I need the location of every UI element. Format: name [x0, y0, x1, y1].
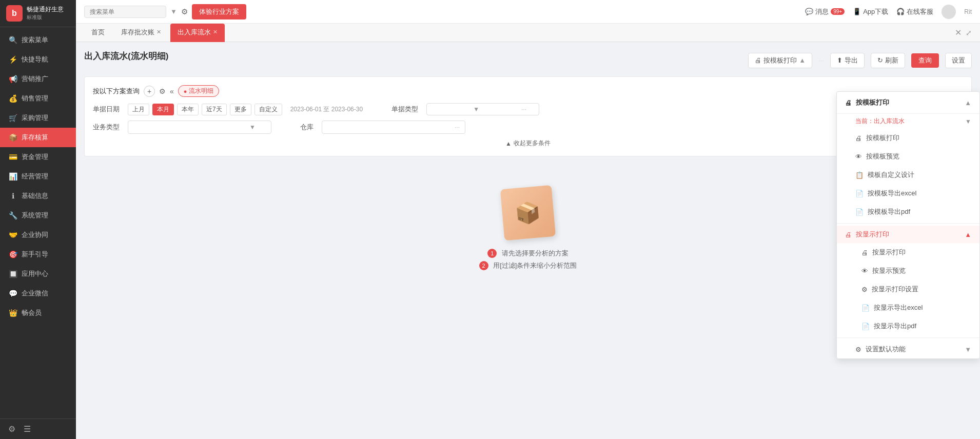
filter-settings-icon[interactable]: ⚙ — [159, 87, 166, 95]
chevron-up-icon: ▲ — [799, 56, 806, 64]
query-button[interactable]: 查询 — [911, 53, 939, 68]
sidebar-nav: 🔍搜索菜单⚡快捷导航📢营销推广💰销售管理🛒采购管理📦库存核算💳资金管理📊经营管理… — [0, 27, 76, 418]
sidebar-label-quick-nav: 快捷导航 — [22, 55, 48, 64]
sidebar-item-vip[interactable]: 👑畅会员 — [0, 303, 76, 323]
message-label: 消息 — [815, 7, 829, 16]
apps-icon: 🔲 — [8, 270, 17, 278]
topbar-left: ▼ ⚙ 体验行业方案 — [84, 4, 805, 19]
inventory-icon: 📦 — [8, 133, 17, 142]
dropdown-display-items: 🖨按显示打印👁按显示预览⚙按显示打印设置📄按显示导出excel📄按显示导出pdf — [837, 243, 979, 335]
sidebar-item-wechat[interactable]: 💬企业微信 — [0, 284, 76, 303]
industry-solution-button[interactable]: 体验行业方案 — [192, 4, 246, 19]
voucher-type-more[interactable]: ··· — [521, 106, 526, 113]
tab-label-home: 首页 — [91, 28, 105, 37]
dropdown-divider-2 — [837, 337, 979, 338]
sidebar-label-wechat: 企业微信 — [22, 289, 48, 298]
date-last-month[interactable]: 上月 — [128, 104, 149, 115]
voucher-type-select[interactable]: ▼ ··· — [426, 103, 539, 115]
tab-close-batch[interactable]: ✕ — [156, 29, 161, 35]
marketing-icon: 📢 — [8, 75, 17, 83]
dropdown-display-item-print_settings_display[interactable]: ⚙按显示打印设置 — [837, 280, 979, 298]
sidebar-item-basic[interactable]: ℹ基础信息 — [0, 186, 76, 206]
dropdown-chevron-up[interactable]: ▲ — [965, 99, 971, 107]
default-setting-label: 设置默认功能 — [866, 345, 906, 354]
dropdown-display-item-preview_display[interactable]: 👁按显示预览 — [837, 262, 979, 280]
collapse-button[interactable]: ▲ 收起更多条件 — [93, 139, 963, 148]
export-button[interactable]: ⬆ 导出 — [830, 53, 865, 68]
dropdown-item-print_template[interactable]: 🖨按模板打印 — [837, 129, 979, 147]
custom_design-label: 模板自定义设计 — [868, 170, 914, 179]
refresh-button[interactable]: ↻ 刷新 — [871, 53, 905, 68]
close-all-icon[interactable]: ✕ — [955, 28, 962, 37]
business-type-select[interactable]: ▼ — [128, 121, 271, 134]
tip-text-1: 请先选择要分析的方案 — [502, 249, 569, 257]
dropdown-item-custom_design[interactable]: 📋模板自定义设计 — [837, 166, 979, 184]
dropdown-display-item-print_display[interactable]: 🖨按显示打印 — [837, 243, 979, 262]
sidebar-item-cooperation[interactable]: 🤝企业协同 — [0, 225, 76, 245]
sidebar-item-search[interactable]: 🔍搜索菜单 — [0, 30, 76, 50]
filter-collapse-icon[interactable]: « — [170, 87, 174, 95]
settings-button[interactable]: 设置 — [945, 53, 972, 68]
tab-close-flow[interactable]: ✕ — [213, 29, 218, 35]
search-input[interactable] — [84, 6, 166, 18]
app-download-label: App下载 — [863, 7, 888, 16]
date-this-month[interactable]: 本月 — [152, 104, 174, 115]
filter-add-button[interactable]: + — [144, 86, 155, 97]
dropdown-display-item-export_excel_display[interactable]: 📄按显示导出excel — [837, 298, 979, 317]
sidebar-item-quick-nav[interactable]: ⚡快捷导航 — [0, 50, 76, 69]
headset-icon: 🎧 — [896, 8, 905, 15]
maximize-icon[interactable]: ⤢ — [966, 29, 972, 37]
tab-flow[interactable]: 出入库流水✕ — [170, 24, 225, 42]
dropdown-arrow-icon[interactable]: ▼ — [170, 8, 177, 15]
collapse-up-icon: ▲ — [505, 140, 512, 147]
print_display-disp-label: 按显示打印 — [872, 248, 906, 257]
warehouse-more[interactable]: ··· — [455, 124, 460, 131]
menu-toggle-icon[interactable]: ☰ — [24, 424, 31, 434]
collapse-label: 收起更多条件 — [514, 139, 551, 148]
app-download-group[interactable]: 📱 App下载 — [853, 7, 888, 16]
dropdown-default-setting[interactable]: ⚙ 设置默认功能 ▼ — [837, 340, 979, 358]
sidebar-item-finance[interactable]: 💳资金管理 — [0, 147, 76, 167]
sidebar-item-operations[interactable]: 📊经营管理 — [0, 167, 76, 186]
warehouse-select[interactable]: ··· — [322, 121, 465, 134]
dropdown-item-export_excel_template[interactable]: 📄按模板导出excel — [837, 184, 979, 203]
default-setting-arrow: ▼ — [965, 346, 971, 353]
settings-icon[interactable]: ⚙ — [8, 424, 15, 434]
dropdown-item-export_pdf_template[interactable]: 📄按模板导出pdf — [837, 203, 979, 221]
sidebar-item-marketing[interactable]: 📢营销推广 — [0, 69, 76, 89]
export_pdf_display-disp-icon: 📄 — [861, 323, 870, 330]
refresh-label: 刷新 — [885, 56, 898, 65]
tab-home[interactable]: 首页 — [84, 24, 112, 42]
filter-tag[interactable]: ● 流水明细 — [178, 85, 220, 97]
sidebar-label-inventory: 库存核算 — [22, 133, 48, 142]
settings-gear-icon[interactable]: ⚙ — [181, 7, 188, 16]
dropdown-item-preview_template[interactable]: 👁按模板预览 — [837, 147, 979, 166]
filter-row-business: 业务类型 ▼ 仓库 ··· — [93, 121, 963, 134]
preview_template-label: 按模板预览 — [866, 152, 899, 161]
export_pdf_display-disp-label: 按显示导出pdf — [874, 322, 916, 331]
sidebar-item-system[interactable]: 🔧系统管理 — [0, 206, 76, 225]
tab-batch[interactable]: 库存批次账✕ — [114, 24, 168, 42]
sidebar-item-purchase[interactable]: 🛒采购管理 — [0, 108, 76, 128]
sidebar-item-inventory[interactable]: 📦库存核算 — [0, 128, 76, 147]
online-service-group[interactable]: 🎧 在线客服 — [896, 7, 933, 16]
dropdown-display-section-title[interactable]: 🖨 按显示打印 ▲ — [837, 226, 979, 243]
message-group[interactable]: 💬 消息 99+ — [805, 7, 845, 16]
print-template-button[interactable]: 🖨 按模板打印 ▲ — [748, 53, 812, 68]
dropdown-display-item-export_pdf_display[interactable]: 📄按显示导出pdf — [837, 317, 979, 335]
date-more[interactable]: 更多 — [230, 104, 251, 115]
sidebar-bottom: ⚙ ☰ — [0, 418, 76, 439]
dropdown-header: 🖨 按模板打印 ▲ — [837, 92, 979, 114]
date-this-year[interactable]: 本年 — [177, 104, 199, 115]
sidebar-label-marketing: 营销推广 — [22, 74, 48, 84]
date-7days[interactable]: 近7天 — [202, 104, 227, 115]
sidebar-item-guide[interactable]: 🎯新手引导 — [0, 245, 76, 264]
date-custom[interactable]: 自定义 — [254, 104, 282, 115]
sidebar-item-sales[interactable]: 💰销售管理 — [0, 89, 76, 108]
online-service-label: 在线客服 — [907, 7, 933, 16]
sidebar-item-apps[interactable]: 🔲应用中心 — [0, 264, 76, 284]
tab-label-batch: 库存批次账 — [121, 28, 154, 37]
tip-number-1: 1 — [487, 249, 497, 258]
avatar[interactable] — [942, 5, 956, 19]
preview_display-disp-label: 按显示预览 — [872, 266, 906, 275]
